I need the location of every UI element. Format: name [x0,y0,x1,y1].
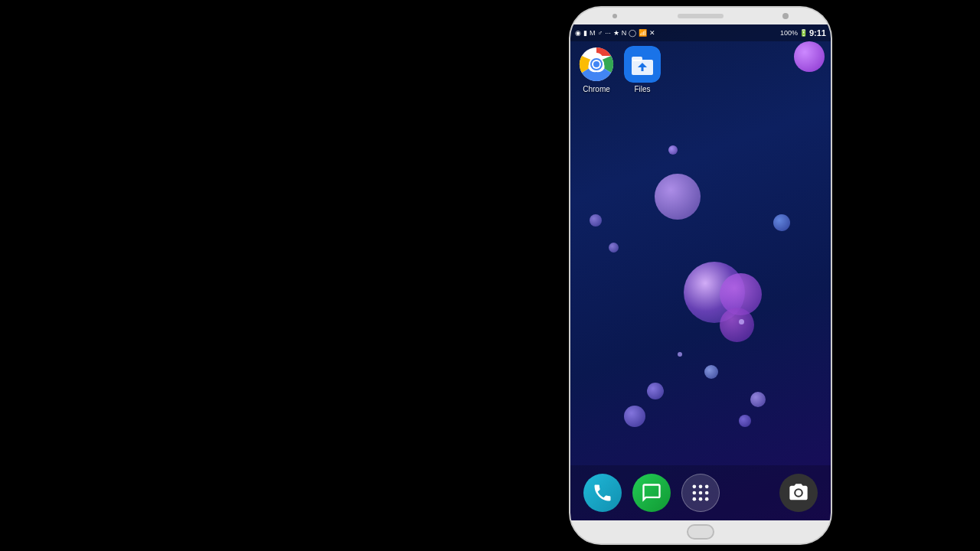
bubble-tiny-2 [678,352,682,357]
home-button[interactable] [687,524,714,540]
chrome-svg [578,46,615,83]
svg-point-18 [705,497,709,501]
phone-sensor [612,14,617,18]
phone-call-icon [592,482,613,504]
phone-bottom-bar [570,520,831,543]
battery-icon: 🔋 [799,29,808,37]
signal-icon: ✕ [649,29,655,37]
bubble-left-2 [609,243,619,253]
purple-ball-top [794,41,825,72]
phone-body: ◉ ▮ M ♂ ··· ★ N ◯ 📶 ✕ 100% 🔋 9:11 [570,8,831,543]
camera-icon [788,482,809,504]
bt2-icon: ★ [613,29,619,37]
usb-icon: ♂ [598,29,603,37]
svg-point-16 [693,497,697,501]
svg-point-14 [699,491,703,495]
files-app-icon[interactable]: Files [624,46,661,93]
gmail-icon: M [590,29,596,37]
svg-point-15 [705,491,709,495]
svg-point-4 [593,61,599,67]
minus-icon: ◯ [629,29,636,37]
files-icon-img [624,46,661,83]
status-icons-left: ◉ ▮ M ♂ ··· ★ N ◯ 📶 ✕ [575,29,655,37]
svg-rect-7 [632,57,642,61]
chrome-icon-img [578,46,615,83]
more-icon: ··· [605,29,611,37]
dock-camera-icon[interactable] [779,474,818,512]
phone-container: ◉ ▮ M ♂ ··· ★ N ◯ 📶 ✕ 100% 🔋 9:11 [563,0,838,551]
bubble-tiny-1 [739,319,744,324]
svg-point-17 [699,497,703,501]
svg-point-11 [699,485,703,489]
dock [570,465,831,520]
bubble-left-1 [590,214,602,227]
dock-messages-icon[interactable] [632,474,671,512]
apps-grid-icon [690,482,711,504]
svg-rect-9 [642,67,644,71]
network-icon: N [622,29,627,37]
svg-point-10 [693,485,697,489]
phone-camera-front [782,13,789,19]
chrome-label: Chrome [583,85,610,93]
bubble-large-3 [720,308,754,342]
bubble-medium-1 [655,174,701,220]
phone-screen: ◉ ▮ M ♂ ··· ★ N ◯ 📶 ✕ 100% 🔋 9:11 [570,24,831,520]
files-label: Files [634,85,650,93]
status-bar: ◉ ▮ M ♂ ··· ★ N ◯ 📶 ✕ 100% 🔋 9:11 [570,24,831,41]
files-svg [624,46,661,83]
bubble-right-1 [773,214,790,231]
wifi-icon: 📶 [639,29,647,37]
phone-top-bar [570,8,831,24]
bubble-bottom-1 [704,365,718,379]
bubble-small-1 [668,145,678,155]
dock-apps-icon[interactable] [681,474,720,512]
bluetooth-icon: ◉ [575,29,581,37]
svg-point-13 [693,491,697,495]
battery-pct: 100% [780,29,798,37]
status-icons-right: 100% 🔋 9:11 [780,28,826,37]
bubble-bottom-4 [739,415,751,427]
dock-phone-icon[interactable] [583,474,622,512]
phone-speaker [678,14,724,18]
message-icon [641,482,662,504]
app-icons-row: Chrome Fi [578,46,661,93]
svg-point-12 [705,485,709,489]
sim-icon: ▮ [583,29,587,37]
chrome-app-icon[interactable]: Chrome [578,46,615,93]
status-time: 9:11 [809,28,826,37]
bubble-bottom-5 [750,392,766,407]
bubble-bottom-2 [647,383,664,399]
bubble-bottom-3 [624,406,645,427]
